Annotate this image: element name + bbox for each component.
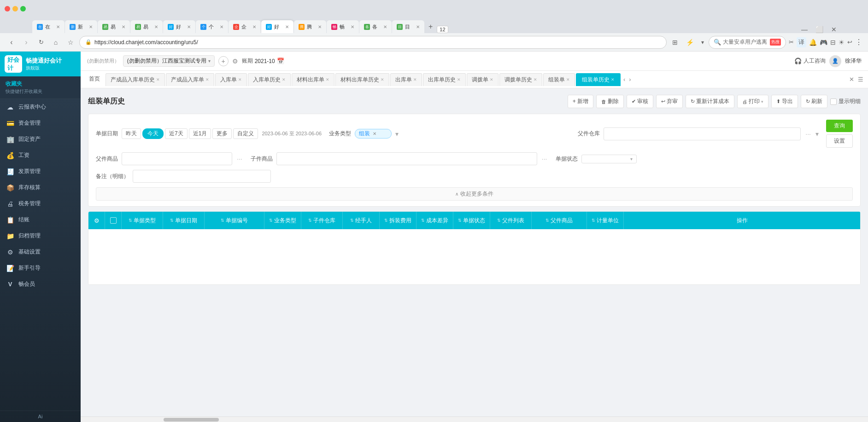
last7days-btn[interactable]: 近7天 [165,128,188,139]
browser-tab-close-icon[interactable]: ✕ [318,24,322,29]
nav-forward-btn[interactable]: › [20,36,32,48]
sidebar-ai-area[interactable]: Ai [0,410,81,422]
company-selector[interactable]: (勿删勿禁用）江西服宝测试专用 ▾ [123,55,215,67]
period-selector[interactable]: 账期 2021-10 📅 [242,57,284,65]
browser-tab[interactable]: 畅 畅 ✕ [327,20,359,33]
browser-tab-close-icon[interactable]: ✕ [187,24,191,29]
user-info[interactable]: 徐泽华 [845,57,862,65]
bill-status-select[interactable]: ▾ [581,155,637,163]
export-btn[interactable]: ⬆ 导出 [771,95,798,108]
tab-produce-in[interactable]: 产成品入库单 ✕ [166,73,214,86]
collapse-bar[interactable]: ∧ 收起更多条件 [96,187,853,201]
parent-warehouse-dots[interactable]: ··· [804,130,812,138]
tab-stock-out[interactable]: 出库单 ✕ [390,73,422,86]
browser-tab-close-icon[interactable]: ✕ [220,24,223,29]
parent-warehouse-input[interactable] [604,127,801,140]
scissors-tool[interactable]: ✂ [789,39,794,46]
tab-produce-in-history[interactable]: 产成品入库单历史 ✕ [106,73,165,86]
minimize-btn[interactable]: — [798,26,811,33]
yesterday-btn[interactable]: 昨天 [122,128,141,139]
th-settings[interactable]: ⚙ [88,212,105,229]
browser-tab[interactable]: 企 企 ✕ [229,20,261,33]
browser-tab-close-icon[interactable]: ✕ [122,24,125,29]
parent-goods-input[interactable] [122,152,232,165]
tab-close-icon[interactable]: ✕ [534,77,537,82]
tab-stock-out-history[interactable]: 出库单历史 ✕ [423,73,466,86]
tab-transfer[interactable]: 调拨单 ✕ [467,73,499,86]
more-tool[interactable]: ⋮ [855,38,862,46]
settings-gear-btn[interactable]: ⚙ [232,58,238,65]
tab-close-icon[interactable]: ✕ [238,77,242,82]
tab-close-icon[interactable]: ✕ [457,77,461,82]
sidebar-item-archive[interactable]: 📁 归档管理 [0,228,81,244]
today-btn[interactable]: 今天 [142,128,164,139]
sidebar-item-salary[interactable]: 💰 工资 [0,147,81,163]
browser-tab-close-icon[interactable]: ✕ [154,24,158,29]
tab-transfer-history[interactable]: 调拨单历史 ✕ [499,73,542,86]
sidebar-item-invoice[interactable]: 🧾 发票管理 [0,163,81,179]
sidebar-item-checkout[interactable]: 📋 结账 [0,212,81,228]
th-biz[interactable]: ⇅ 业务类型 [264,212,301,229]
minimize-window-btn[interactable] [12,6,18,12]
th-checkbox[interactable] [105,212,122,229]
game-tool[interactable]: 🎮 [820,39,827,46]
nav-star-btn[interactable]: ☆ [65,36,76,48]
sidebar-item-fixed-assets[interactable]: 🏢 固定资产 [0,131,81,147]
emoji-tool[interactable]: 🔔 [809,39,817,46]
close-window-btn[interactable] [5,6,10,12]
th-no[interactable]: ⇅ 单据编号 [205,212,264,229]
tab-close-icon[interactable]: ✕ [490,77,493,82]
th-parent-list[interactable]: ⇅ 父件列表 [490,212,532,229]
restore-btn[interactable]: ⬜ [812,26,827,33]
brightness-tool[interactable]: ☀ [839,39,845,46]
th-date[interactable]: ⇅ 单据日期 [163,212,205,229]
tab-material-out-history[interactable]: 材料出库单历史 ✕ [335,73,389,86]
biz-type-dropdown-btn[interactable]: ▾ [395,130,399,138]
tab-close-icon[interactable]: ✕ [282,77,286,82]
last1month-btn[interactable]: 近1月 [189,128,211,139]
sidebar-item-settings[interactable]: ⚙ 基础设置 [0,244,81,260]
th-type[interactable]: ⇅ 单据类型 [122,212,163,229]
new-btn[interactable]: + 新增 [568,95,593,108]
grid-view-btn[interactable]: ⊞ [669,39,680,46]
browser-tab-close-icon[interactable]: ✕ [351,24,354,29]
sidebar-item-tax[interactable]: 🖨 税务管理 [0,196,81,212]
th-unit[interactable]: ⇅ 计量单位 [587,212,624,229]
browser-tab-close-icon[interactable]: ✕ [89,24,93,29]
browser-tab-close-icon[interactable]: ✕ [252,24,256,29]
tab-prev-btn[interactable]: ‹ [622,76,627,83]
display-detail-checkbox[interactable] [830,98,837,105]
custom-btn[interactable]: 自定义 [233,128,258,139]
tab-close-icon[interactable]: ✕ [566,77,570,82]
browser-tab[interactable]: 好 好 ✕ [163,20,195,33]
browser-tab-close-icon[interactable]: ✕ [416,24,420,29]
nav-home-btn[interactable]: ⌂ [50,36,62,48]
browser-tab[interactable]: 易 易 ✕ [98,20,130,33]
th-parent-goods[interactable]: ⇅ 父件商品 [532,212,587,229]
th-cost-diff[interactable]: ⇅ 成本差异 [416,212,453,229]
layout-tool[interactable]: ⊟ [830,39,836,46]
maximize-window-btn[interactable] [20,6,26,12]
tab-menu-btn[interactable]: ☰ [856,76,865,83]
tab-close-icon[interactable]: ✕ [381,77,384,82]
browser-tab[interactable]: 易 易 ✕ [130,20,163,33]
browser-tab[interactable]: 目 目 ✕ [392,20,424,33]
sidebar-item-member[interactable]: V 畅会员 [0,276,81,292]
url-bar[interactable]: 🔒 https://cloud.chanjet.com/accounting/u… [79,36,667,49]
tab-material-out[interactable]: 材料出库单 ✕ [292,73,334,86]
add-company-btn[interactable]: + [218,56,229,66]
tab-home[interactable]: 首页 [83,73,106,86]
browser-tab-active[interactable]: 好 好 ✕ [261,20,293,33]
delete-btn[interactable]: 🗑 删除 [596,95,624,108]
more-btn[interactable]: 更多 [212,128,232,139]
new-tab-btn[interactable]: + [425,20,436,33]
horizontal-scrollbar[interactable] [81,416,868,422]
biz-type-tag-input[interactable]: 组装 ✕ [355,129,392,139]
print-btn[interactable]: 🖨 打印 ▾ [737,95,768,108]
nav-back-btn[interactable]: ‹ [6,36,18,48]
th-checkbox-input[interactable] [110,217,117,224]
sidebar-favorites[interactable]: 收藏夹 快捷键打开收藏夹 [0,76,81,99]
tab-close-icon[interactable]: ✕ [413,77,417,82]
notes-input[interactable] [133,170,271,183]
browser-tab[interactable]: 在 在 ✕ [32,20,65,33]
